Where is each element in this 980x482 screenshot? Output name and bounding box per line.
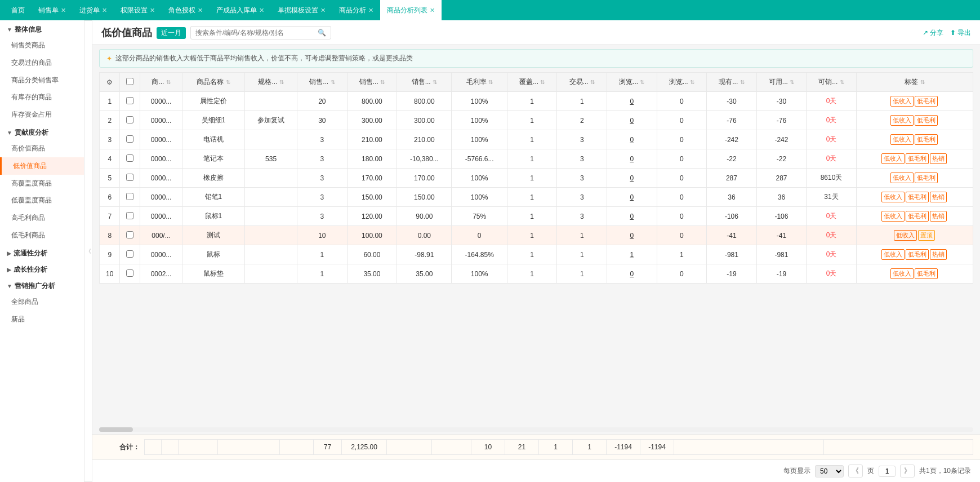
nav-close-roles[interactable]: ✕ [198,0,203,20]
nav-close-product-analysis-list[interactable]: ✕ [430,0,435,20]
table-scrollbar[interactable] [99,427,973,432]
nav-close-product-analysis[interactable]: ✕ [368,0,373,20]
browse1-link[interactable]: 0 [630,174,634,182]
nav-close-permissions[interactable]: ✕ [150,0,155,20]
row-checkbox[interactable] [126,135,133,143]
export-button[interactable]: ⬆ 导出 [950,28,971,38]
select-all-checkbox[interactable] [126,78,133,85]
table-container[interactable]: ⚙ 商... ⇅ 商品名称 ⇅ 规格... ⇅ 销售... ⇅ 销售... ⇅ … [99,72,973,427]
sort-icon[interactable]: ⇅ [279,79,284,85]
sort-icon[interactable]: ⇅ [840,79,844,85]
nav-close-purchase[interactable]: ✕ [102,0,107,20]
row-checkbox[interactable] [126,97,133,104]
nav-product-analysis-list[interactable]: 商品分析列表 ✕ [380,0,442,20]
cell-browse1[interactable]: 0 [607,264,657,284]
page-size-select[interactable]: 50 100 200 [815,465,844,477]
nav-template[interactable]: 单据模板设置 ✕ [271,0,332,20]
sort-icon[interactable]: ⇅ [166,79,171,85]
cell-browse1[interactable]: 0 [607,149,657,169]
nav-product-analysis[interactable]: 商品分析 ✕ [332,0,380,20]
browse1-link[interactable]: 0 [630,193,634,201]
page-number-input[interactable] [879,466,896,477]
sort-icon[interactable]: ⇅ [226,79,230,85]
nav-close-template[interactable]: ✕ [320,0,326,20]
cell-checkbox[interactable] [120,149,140,169]
row-checkbox[interactable] [126,154,133,162]
cell-browse1[interactable]: 0 [607,207,657,226]
search-icon[interactable]: 🔍 [318,29,326,37]
sidebar-group-growth[interactable]: ▶ 成长性分析 [0,260,84,277]
sort-icon[interactable]: ⇅ [380,79,385,85]
cell-checkbox[interactable] [120,111,140,130]
share-button[interactable]: ↗ 分享 [923,28,943,38]
next-page-button[interactable]: 》 [900,465,915,477]
cell-checkbox[interactable] [120,245,140,264]
sidebar-collapse-button[interactable]: 《 [84,20,92,482]
sidebar-group-circulation[interactable]: ▶ 流通性分析 [0,244,84,260]
sidebar-item-high-value[interactable]: 高价值商品 [0,140,84,157]
sort-icon[interactable]: ⇅ [433,79,437,85]
sort-icon[interactable]: ⇅ [540,79,545,85]
browse1-link[interactable]: 0 [630,232,634,240]
cell-checkbox[interactable] [120,264,140,284]
sidebar-group-contribution[interactable]: ▼ 贡献度分析 [0,123,84,140]
sidebar-item-low-value[interactable]: 低价值商品 [0,157,84,175]
cell-checkbox[interactable] [120,188,140,207]
gear-icon[interactable]: ⚙ [106,78,113,86]
browse1-link[interactable]: 1 [630,251,634,259]
nav-roles[interactable]: 角色授权 ✕ [162,0,210,20]
sidebar-item-category-sales[interactable]: 商品分类销售率 [0,72,84,89]
sidebar-group-marketing[interactable]: ▼ 营销推广分析 [0,277,84,293]
row-checkbox[interactable] [126,231,133,238]
browse1-link[interactable]: 0 [630,117,634,125]
sidebar-item-sales-products[interactable]: 销售类商品 [0,37,84,54]
browse1-link[interactable]: 0 [630,98,634,105]
browse1-link[interactable]: 0 [630,136,634,144]
nav-sales[interactable]: 销售单 ✕ [32,0,73,20]
sidebar-item-low-coverage[interactable]: 低覆盖度商品 [0,192,84,209]
cell-browse1[interactable]: 0 [607,226,657,245]
nav-close-inbound[interactable]: ✕ [259,0,264,20]
row-checkbox[interactable] [126,250,133,258]
browse1-link[interactable]: 0 [630,270,634,278]
scrollbar-thumb[interactable] [99,427,133,432]
col-checkbox-all[interactable] [120,73,140,92]
time-tag-button[interactable]: 近一月 [157,27,186,39]
cell-browse1[interactable]: 0 [607,130,657,149]
sidebar-item-low-margin[interactable]: 低毛利商品 [0,227,84,244]
sort-icon[interactable]: ⇅ [640,79,644,85]
sidebar-group-overall[interactable]: ▼ 整体信息 [0,20,84,37]
sort-icon[interactable]: ⇅ [690,79,694,85]
nav-close-sales[interactable]: ✕ [61,0,66,20]
cell-checkbox[interactable] [120,169,140,188]
browse1-link[interactable]: 0 [630,213,634,220]
search-box[interactable]: 🔍 [190,26,331,39]
cell-checkbox[interactable] [120,92,140,111]
row-checkbox[interactable] [126,193,133,200]
first-page-button[interactable]: 《 [848,465,863,477]
sort-icon[interactable]: ⇅ [331,79,335,85]
sort-icon[interactable]: ⇅ [488,79,493,85]
cell-browse1[interactable]: 0 [607,111,657,130]
cell-browse1[interactable]: 1 [607,245,657,264]
search-input[interactable] [195,29,318,37]
nav-permissions[interactable]: 权限设置 ✕ [114,0,162,20]
sort-icon[interactable]: ⇅ [790,79,794,85]
browse1-link[interactable]: 0 [630,155,634,163]
row-checkbox[interactable] [126,174,133,181]
sidebar-item-high-margin[interactable]: 高毛利商品 [0,209,84,227]
sort-icon[interactable]: ⇅ [740,79,745,85]
sidebar-item-traded-products[interactable]: 交易过的商品 [0,54,84,72]
nav-purchase[interactable]: 进货单 ✕ [73,0,114,20]
cell-checkbox[interactable] [120,226,140,245]
sidebar-item-stocked-products[interactable]: 有库存的商品 [0,89,84,106]
cell-browse1[interactable]: 0 [607,92,657,111]
sidebar-item-new-products[interactable]: 新品 [0,311,84,328]
row-checkbox[interactable] [126,116,133,123]
cell-checkbox[interactable] [120,130,140,149]
cell-checkbox[interactable] [120,207,140,226]
sidebar-item-all-products[interactable]: 全部商品 [0,293,84,311]
cell-browse1[interactable]: 0 [607,169,657,188]
cell-browse1[interactable]: 0 [607,188,657,207]
sidebar-item-high-coverage[interactable]: 高覆盖度商品 [0,175,84,192]
